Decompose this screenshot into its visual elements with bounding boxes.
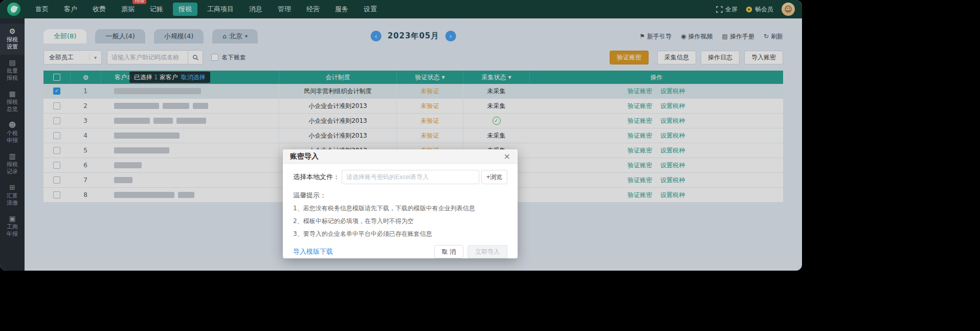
- file-path-input[interactable]: [342, 170, 479, 184]
- file-select-row: 选择本地文件： +浏览: [293, 170, 507, 184]
- tip-line-1: 1、若您没有税务信息模版请先下载，下载的模版中有企业列表信息: [293, 204, 507, 213]
- dialog-header: 账密导入 ×: [283, 149, 518, 164]
- app-window: 首页客户收费票据new记账报税工商项目消息管理经营服务设置 全屏 畅会员 ☺ ⚙…: [0, 0, 802, 271]
- cancel-button[interactable]: 取 消: [434, 245, 463, 258]
- dialog-body: 选择本地文件： +浏览 温馨提示： 1、若您没有税务信息模版请先下载，下载的模版…: [283, 164, 518, 238]
- import-now-button[interactable]: 立即导入: [467, 245, 507, 258]
- close-icon[interactable]: ×: [504, 152, 510, 161]
- dialog-footer: 导入模版下载 取 消 立即导入: [283, 238, 518, 258]
- browse-button[interactable]: +浏览: [481, 170, 507, 184]
- tips-title: 温馨提示：: [293, 191, 507, 200]
- password-import-dialog: 账密导入 × 选择本地文件： +浏览 温馨提示： 1、若您没有税务信息模版请先下…: [283, 149, 518, 258]
- tip-line-2: 2、模板中标记的必填项，在导入时不得为空: [293, 217, 507, 226]
- dialog-title: 账密导入: [290, 152, 319, 161]
- tip-line-3: 3、要导入的企业名单中平台中必须已存在账套信息: [293, 230, 507, 238]
- file-select-label: 选择本地文件：: [293, 172, 340, 182]
- template-download-link[interactable]: 导入模版下载: [293, 247, 333, 256]
